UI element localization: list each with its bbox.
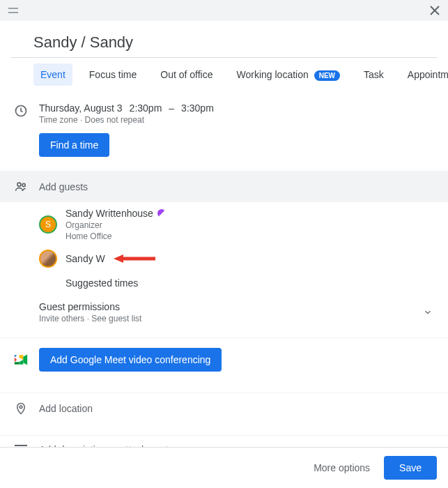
event-type-tabs: Event Focus time Out of office Working l…	[11, 63, 437, 86]
avatar: S	[39, 215, 57, 234]
timezone-repeat-text[interactable]: Time zone · Does not repeat	[39, 115, 437, 125]
more-options-button[interactable]: More options	[314, 462, 370, 473]
add-google-meet-button[interactable]: Add Google Meet video conferencing	[39, 348, 222, 372]
tab-appointment-schedule[interactable]: Appointment schedule	[401, 63, 448, 86]
svg-point-6	[22, 183, 25, 186]
moon-icon	[157, 209, 166, 218]
guest-location: Home Office	[65, 231, 166, 241]
tab-event[interactable]: Event	[33, 63, 72, 86]
avatar	[39, 250, 57, 268]
google-meet-icon	[11, 353, 31, 366]
svg-marker-8	[114, 254, 123, 263]
location-icon	[11, 402, 31, 415]
guest-role: Organizer	[65, 220, 166, 230]
guest-name: Sandy Writtenhouse	[65, 208, 153, 219]
new-badge: NEW	[314, 70, 340, 81]
tab-focus-time[interactable]: Focus time	[82, 63, 144, 86]
guest-row-organizer: S Sandy Writtenhouse Organizer Home Offi…	[11, 202, 437, 244]
event-start-time[interactable]: 2:30pm	[130, 102, 162, 114]
guest-name: Sandy W	[65, 253, 105, 264]
drag-handle-icon[interactable]	[8, 7, 18, 14]
event-end-time[interactable]: 3:30pm	[181, 102, 214, 114]
clock-icon	[11, 102, 31, 118]
svg-marker-10	[23, 355, 27, 365]
suggested-times-link[interactable]: Suggested times	[11, 270, 437, 293]
tab-working-location[interactable]: Working location NEW	[230, 63, 347, 86]
annotation-arrow-icon	[114, 253, 155, 264]
close-icon[interactable]	[430, 6, 440, 15]
tab-out-of-office[interactable]: Out of office	[153, 63, 219, 86]
svg-point-11	[20, 406, 22, 409]
add-location-input[interactable]: Add location	[39, 403, 93, 414]
guest-row: Sandy W	[11, 244, 437, 270]
guest-permissions-row[interactable]: Guest permissions Invite others · See gu…	[11, 293, 437, 326]
find-a-time-button[interactable]: Find a time	[39, 133, 109, 157]
time-dash: –	[169, 102, 174, 114]
people-icon	[11, 180, 31, 194]
save-button[interactable]: Save	[384, 456, 437, 480]
event-date[interactable]: Thursday, August 3	[39, 102, 123, 114]
svg-point-5	[17, 183, 21, 186]
tab-working-location-label: Working location	[237, 69, 309, 80]
guest-permissions-sub: Invite others · See guest list	[39, 314, 141, 323]
chevron-down-icon	[423, 307, 437, 317]
tab-task[interactable]: Task	[357, 63, 391, 86]
add-guests-input[interactable]: Add guests	[39, 181, 88, 192]
guest-permissions-title: Guest permissions	[39, 301, 141, 312]
event-title[interactable]: Sandy / Sandy	[33, 33, 437, 52]
